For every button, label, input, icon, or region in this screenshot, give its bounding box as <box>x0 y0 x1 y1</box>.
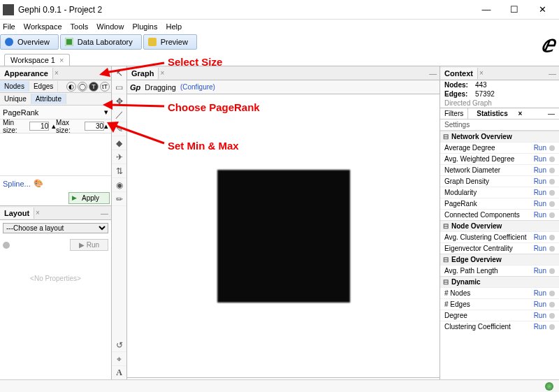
status-bar <box>0 379 559 392</box>
tab-data-laboratory[interactable]: Data Laboratory <box>60 34 142 50</box>
tab-unique[interactable]: Unique <box>0 94 31 104</box>
layout-panel-header: Layout× — <box>0 206 111 220</box>
tab-filters[interactable]: Filters <box>440 108 468 119</box>
close-button[interactable]: ✕ <box>528 0 556 20</box>
edge-tool[interactable]: ✈ <box>112 150 126 164</box>
heatmap-tool[interactable]: ◉ <box>112 178 126 192</box>
stat-name: Avg. Clustering Coefficient <box>444 233 534 241</box>
run-link[interactable]: Run <box>534 233 546 241</box>
stat-name: Degree <box>444 312 534 319</box>
tab-overview[interactable]: Overview <box>0 34 59 50</box>
minimize-icon[interactable]: — <box>426 69 440 78</box>
status-dot <box>549 157 555 162</box>
run-link[interactable]: Run <box>534 177 546 185</box>
status-dot <box>549 190 555 196</box>
menu-window[interactable]: Window <box>96 22 124 31</box>
close-icon: × <box>514 108 526 119</box>
close-icon[interactable]: × <box>55 69 59 77</box>
reset-colors-tool[interactable]: ↺ <box>112 338 126 352</box>
menu-help[interactable]: Help <box>166 22 182 31</box>
center-tool[interactable]: ⌖ <box>112 352 126 366</box>
minimize-icon[interactable]: — <box>98 209 111 217</box>
status-dot <box>549 324 555 330</box>
close-icon[interactable]: × <box>59 56 64 64</box>
menu-workspace[interactable]: Workspace <box>24 22 62 31</box>
palette-icon[interactable]: 🎨 <box>34 179 43 188</box>
context-edges: Edges:57392 <box>440 89 559 99</box>
title-bar: Gephi 0.9.1 - Project 2 — ☐ ✕ <box>0 0 559 20</box>
no-properties-label: <No Properties> <box>0 254 111 303</box>
run-link[interactable]: Run <box>534 144 546 152</box>
run-link[interactable]: Run <box>534 323 546 331</box>
status-dot <box>3 242 10 249</box>
edit-tool[interactable]: ✏ <box>112 192 126 206</box>
maximize-button[interactable]: ☐ <box>500 0 528 20</box>
appearance-element-tabs: Nodes Edges ◐ ◯ T tT <box>0 80 111 93</box>
spline-link[interactable]: Spline... <box>3 180 31 188</box>
color-icon[interactable]: ◐ <box>66 82 76 92</box>
tab-attribute[interactable]: Attribute <box>31 94 66 104</box>
run-link[interactable]: Run <box>534 312 546 319</box>
path-tool[interactable]: ⇅ <box>112 164 126 178</box>
menu-plugins[interactable]: Plugins <box>132 22 157 31</box>
group-edge-overview[interactable]: Edge Overview <box>440 254 559 265</box>
status-dot <box>549 212 555 218</box>
run-link[interactable]: Run <box>534 289 546 297</box>
status-dot <box>549 246 555 252</box>
layout-select[interactable]: ---Choose a layout <box>3 223 108 233</box>
stat-row: PageRankRun <box>440 198 559 209</box>
graph-canvas[interactable] <box>127 94 440 377</box>
menu-bar: File Workspace Tools Window Plugins Help <box>0 20 559 34</box>
statistics-settings[interactable]: Settings <box>440 119 559 131</box>
workspace-tab-1[interactable]: Workspace 1× <box>4 54 70 66</box>
graph-render <box>217 170 350 303</box>
configure-link[interactable]: (Configure) <box>180 83 215 91</box>
svg-marker-3 <box>103 100 112 110</box>
stat-name: Modularity <box>444 189 534 196</box>
run-link[interactable]: Run <box>534 155 546 163</box>
menu-tools[interactable]: Tools <box>71 22 89 31</box>
run-link[interactable]: Run <box>534 211 546 219</box>
minimize-icon[interactable]: — <box>546 69 559 78</box>
apply-button[interactable]: Apply <box>68 192 110 204</box>
group-node-overview[interactable]: Node Overview <box>440 220 559 231</box>
min-size-input[interactable] <box>29 122 49 131</box>
run-layout-button[interactable]: ▶ Run <box>70 239 108 251</box>
stat-name: Connected Components <box>444 211 534 219</box>
group-network-overview[interactable]: Network Overview <box>440 131 559 142</box>
tab-preview[interactable]: Preview <box>143 34 197 50</box>
minimize-icon[interactable]: — <box>544 108 559 119</box>
stat-row: Network DiameterRun <box>440 164 559 175</box>
label-size-icon[interactable]: tT <box>100 82 110 92</box>
tab-statistics[interactable]: Statistics × <box>468 108 530 119</box>
svg-line-4 <box>112 124 164 143</box>
max-size-input[interactable] <box>85 122 104 131</box>
run-link[interactable]: Run <box>534 200 546 208</box>
status-dot <box>549 201 555 207</box>
arrow-icon <box>101 98 168 112</box>
rect-select-tool[interactable]: ▭ <box>112 80 126 94</box>
window-title: Gephi 0.9.1 - Project 2 <box>18 5 472 15</box>
stat-name: Average Degree <box>444 144 534 152</box>
label-color-icon[interactable]: T <box>89 82 99 92</box>
minimize-button[interactable]: — <box>472 0 500 20</box>
text-tool[interactable]: A <box>112 366 126 380</box>
workspace-tabs: Workspace 1× <box>0 50 559 66</box>
size-icon[interactable]: ◯ <box>78 82 87 92</box>
status-dot <box>549 268 555 274</box>
run-link[interactable]: Run <box>534 300 546 308</box>
graph-tool-strip: ↖ ▭ ✥ ／ ✎ ◆ ✈ ⇅ ◉ ✏ ↺ ⌖ A ⤢ <box>112 66 127 392</box>
tab-edges[interactable]: Edges <box>29 81 58 92</box>
run-link[interactable]: Run <box>534 267 546 275</box>
run-link[interactable]: Run <box>534 245 546 252</box>
ranking-attribute-select[interactable]: PageRank▾ <box>0 106 111 119</box>
run-link[interactable]: Run <box>534 189 546 196</box>
close-icon[interactable]: × <box>36 209 40 217</box>
tab-nodes[interactable]: Nodes <box>0 81 29 92</box>
menu-file[interactable]: File <box>3 22 15 31</box>
close-icon[interactable]: × <box>479 69 484 77</box>
appearance-mode-tabs: Unique Attribute <box>0 93 111 106</box>
group-dynamic[interactable]: Dynamic <box>440 276 559 287</box>
statistics-list: Network Overview Average DegreeRunAvg. W… <box>440 131 559 392</box>
run-link[interactable]: Run <box>534 166 546 174</box>
